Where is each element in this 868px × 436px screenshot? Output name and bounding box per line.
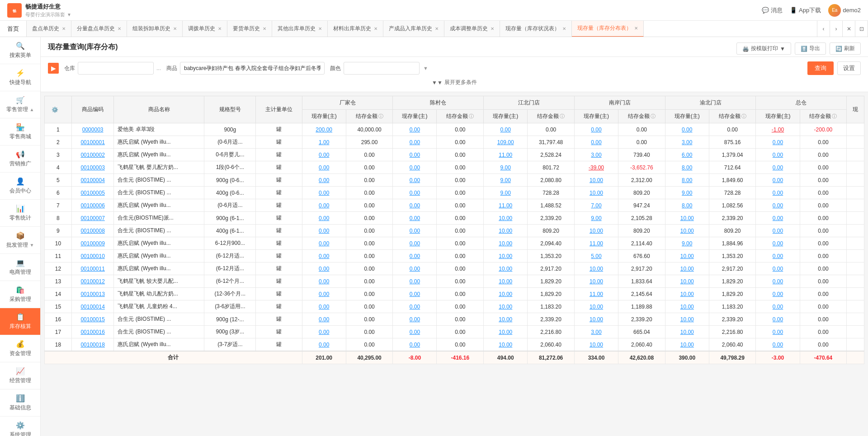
nav-expand[interactable]: ⊡ bbox=[855, 21, 868, 37]
tab-8[interactable]: 产成品入库单历史 ✕ bbox=[383, 21, 444, 37]
tab-9-close[interactable]: ✕ bbox=[491, 26, 494, 31]
table-cell[interactable]: 10.00 bbox=[665, 263, 709, 275]
table-cell[interactable]: 10.00 bbox=[484, 225, 528, 237]
table-cell[interactable]: 11.00 bbox=[484, 149, 528, 161]
table-cell[interactable]: 0.00 bbox=[756, 275, 800, 288]
table-cell[interactable]: 109.00 bbox=[484, 136, 528, 149]
table-cell[interactable]: 0.00 bbox=[484, 123, 528, 136]
settings-gear-icon[interactable]: ⚙️ bbox=[48, 103, 61, 116]
table-cell[interactable]: 0.00 bbox=[302, 250, 346, 263]
table-cell[interactable]: 10.00 bbox=[665, 250, 709, 263]
table-cell[interactable]: 10.00 bbox=[665, 212, 709, 225]
table-cell[interactable]: 0.00 bbox=[756, 161, 800, 174]
table-cell[interactable]: -39.00 bbox=[574, 161, 618, 174]
table-cell[interactable]: 10.00 bbox=[574, 263, 618, 275]
nav-prev[interactable]: ‹ bbox=[817, 21, 830, 37]
table-cell[interactable]: 0.00 bbox=[756, 300, 800, 313]
table-cell[interactable]: 0.00 bbox=[302, 300, 346, 313]
table-cell[interactable]: 10.00 bbox=[665, 275, 709, 288]
tab-1-close[interactable]: ✕ bbox=[62, 26, 66, 31]
table-cell[interactable]: 10.00 bbox=[665, 338, 709, 352]
table-cell[interactable]: 0.00 bbox=[393, 136, 437, 149]
tab-4-close[interactable]: ✕ bbox=[218, 26, 222, 31]
table-cell[interactable]: 9.00 bbox=[484, 187, 528, 199]
tab-9[interactable]: 成本调整单历史 ✕ bbox=[444, 21, 500, 37]
table-cell[interactable]: 10.00 bbox=[665, 225, 709, 237]
table-cell[interactable]: 00100005 bbox=[71, 187, 114, 199]
sidebar-item-system[interactable]: ⚙️ 系统管理 bbox=[0, 417, 40, 436]
table-cell[interactable]: 0.00 bbox=[574, 136, 618, 149]
table-cell[interactable]: 0.00 bbox=[393, 237, 437, 250]
tab-10[interactable]: 现存量（库存状况表） ✕ bbox=[500, 21, 572, 37]
table-cell[interactable]: 0.00 bbox=[756, 250, 800, 263]
sidebar-item-wholesale[interactable]: 📦 批发管理 ▼ bbox=[0, 227, 40, 254]
subtitle-dropdown-icon[interactable]: ▼ bbox=[67, 12, 71, 17]
table-cell[interactable]: 0.00 bbox=[302, 187, 346, 199]
table-cell[interactable]: 10.00 bbox=[665, 313, 709, 326]
setting-btn[interactable]: 设置 bbox=[837, 61, 861, 75]
table-cell[interactable]: 00100003 bbox=[71, 161, 114, 174]
table-cell[interactable]: 00100016 bbox=[71, 326, 114, 338]
tab-1[interactable]: 盘点单历史 ✕ bbox=[27, 21, 71, 37]
table-cell[interactable]: 0.00 bbox=[393, 149, 437, 161]
total-info-icon[interactable]: ⓘ bbox=[832, 113, 837, 119]
table-cell[interactable]: 0.00 bbox=[393, 313, 437, 326]
table-cell[interactable]: 10.00 bbox=[665, 288, 709, 300]
table-cell[interactable]: 9.00 bbox=[574, 212, 618, 225]
filter-toggle-btn[interactable]: ▶ bbox=[48, 63, 59, 74]
table-cell[interactable]: 0.00 bbox=[756, 313, 800, 326]
table-cell[interactable]: 10.00 bbox=[574, 338, 618, 352]
table-cell[interactable]: 0.00 bbox=[393, 212, 437, 225]
table-cell[interactable]: 8.00 bbox=[665, 161, 709, 174]
sidebar-item-retail-mgmt[interactable]: 🛒 零售管理 ▲ bbox=[0, 91, 40, 118]
table-cell[interactable]: 00100008 bbox=[71, 225, 114, 237]
table-cell[interactable]: 11.00 bbox=[574, 288, 618, 300]
table-cell[interactable]: 6.00 bbox=[665, 149, 709, 161]
table-cell[interactable]: 5.00 bbox=[574, 250, 618, 263]
expand-more-btn[interactable]: ▼▼ 展开更多条件 bbox=[48, 78, 861, 87]
table-cell[interactable]: 10.00 bbox=[484, 338, 528, 352]
table-cell[interactable]: 10.00 bbox=[484, 326, 528, 338]
tab-2[interactable]: 分量盘点单历史 ✕ bbox=[71, 21, 127, 37]
table-cell[interactable]: 0.00 bbox=[756, 225, 800, 237]
table-cell[interactable]: 0.00 bbox=[302, 237, 346, 250]
table-cell[interactable]: 0.00 bbox=[756, 187, 800, 199]
table-cell[interactable]: 9.00 bbox=[484, 161, 528, 174]
table-cell[interactable]: 0.00 bbox=[756, 174, 800, 187]
tab-home[interactable]: 首页 bbox=[0, 21, 27, 37]
sidebar-item-base-info[interactable]: ℹ️ 基础信息 bbox=[0, 389, 40, 417]
tab-7-close[interactable]: ✕ bbox=[374, 26, 377, 31]
table-cell[interactable]: 10.00 bbox=[574, 313, 618, 326]
table-cell[interactable]: 0.00 bbox=[302, 263, 346, 275]
table-cell[interactable]: 10.00 bbox=[665, 326, 709, 338]
tab-8-close[interactable]: ✕ bbox=[435, 26, 439, 31]
table-cell[interactable]: 0.00 bbox=[302, 174, 346, 187]
message-btn[interactable]: 💬 消息 bbox=[762, 6, 783, 14]
nav-next[interactable]: › bbox=[830, 21, 843, 37]
table-cell[interactable]: 10.00 bbox=[484, 288, 528, 300]
table-cell[interactable]: 0.00 bbox=[756, 136, 800, 149]
table-cell[interactable]: 00100011 bbox=[71, 263, 114, 275]
table-cell[interactable]: 11.00 bbox=[574, 237, 618, 250]
table-cell[interactable]: 1.00 bbox=[302, 136, 346, 149]
nav-close[interactable]: ✕ bbox=[843, 21, 855, 37]
table-cell[interactable]: 0.00 bbox=[302, 326, 346, 338]
table-cell[interactable]: 00100001 bbox=[71, 136, 114, 149]
table-cell[interactable]: 10.00 bbox=[484, 212, 528, 225]
table-cell[interactable]: 0.00 bbox=[756, 212, 800, 225]
tab-2-close[interactable]: ✕ bbox=[118, 26, 121, 31]
table-cell[interactable]: 10.00 bbox=[484, 250, 528, 263]
color-input[interactable] bbox=[344, 62, 420, 75]
tab-7[interactable]: 材料出库单历史 ✕ bbox=[328, 21, 383, 37]
table-cell[interactable]: 200.00 bbox=[302, 123, 346, 136]
table-cell[interactable]: 0.00 bbox=[756, 149, 800, 161]
sidebar-item-finance[interactable]: 💰 资金管理 bbox=[0, 335, 40, 362]
table-cell[interactable]: 10.00 bbox=[484, 237, 528, 250]
table-cell[interactable]: 10.00 bbox=[484, 263, 528, 275]
tab-11-close[interactable]: ✕ bbox=[634, 26, 638, 31]
table-cell[interactable]: 0.00 bbox=[574, 123, 618, 136]
table-cell[interactable]: 0.00 bbox=[302, 161, 346, 174]
user-menu[interactable]: Ea demo2 bbox=[828, 4, 861, 17]
table-cell[interactable]: 0.00 bbox=[393, 174, 437, 187]
table-cell[interactable]: 0.00 bbox=[665, 123, 709, 136]
